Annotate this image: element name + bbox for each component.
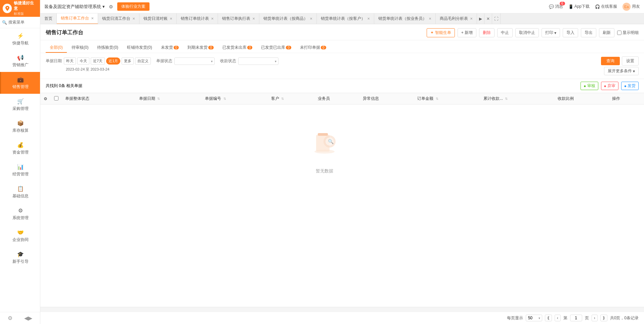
column-settings-icon[interactable]: ⚙ xyxy=(44,96,47,101)
col-number-header[interactable]: 单据编号 ⇅ xyxy=(202,93,268,105)
settings-bottom-icon[interactable]: ⚙ xyxy=(8,315,12,321)
page-last-button[interactable]: ⟫ xyxy=(600,315,607,321)
page-input[interactable] xyxy=(570,315,582,321)
sub-tab-not-printed[interactable]: 未打印单据0 xyxy=(296,43,330,53)
cancel-audit-button[interactable]: ● 弃审 xyxy=(601,82,618,90)
sub-tab-overdue[interactable]: 到期未发货0 xyxy=(183,43,218,53)
sub-tab-not-shipped[interactable]: 未发货0 xyxy=(157,43,183,53)
expand-filter-button[interactable]: 展开更多条件 ▾ xyxy=(604,67,639,75)
sidebar-item-basic[interactable]: 📋 基础信息 xyxy=(0,181,40,203)
payment-select[interactable] xyxy=(238,57,278,65)
tab-cash-daily-close[interactable]: ✕ xyxy=(132,17,135,21)
delete-button[interactable]: 删除 xyxy=(479,28,495,37)
audit-button[interactable]: ● 审核 xyxy=(581,82,598,90)
col-collected-header[interactable]: 累计收款... ⇅ xyxy=(480,93,554,105)
sidebar-item-sales[interactable]: 💼 销售管理 xyxy=(0,72,40,94)
tab-sales-summary-product[interactable]: 销货单统计表（按商品） ✕ xyxy=(259,13,317,24)
import-button[interactable]: 导入 xyxy=(563,28,578,37)
print-button[interactable]: 打印 ▾ xyxy=(542,28,560,37)
system-name-dropdown[interactable]: 装备及固定资产辅助管理系统 ▾ xyxy=(44,4,105,10)
messages-button[interactable]: 💬 6 消息 xyxy=(549,4,563,9)
smart-create-button[interactable]: ✦ 智能生单 xyxy=(427,28,455,37)
sidebar-item-system[interactable]: ⚙ 系统管理 xyxy=(0,203,40,225)
sub-tab-partial-out[interactable]: 已发货未出库0 xyxy=(218,43,257,53)
tab-sales-summary-customer-label: 销货单统计表（按客户） xyxy=(321,16,365,22)
date-btn-yesterday[interactable]: 昨天 xyxy=(64,57,76,65)
select-all-checkbox[interactable] xyxy=(54,96,58,100)
col-date-header[interactable]: 单据日期 ⇅ xyxy=(136,93,202,105)
tab-sales-summary-customer[interactable]: 销货单统计表（按客户） ✕ xyxy=(317,13,374,24)
date-btn-1month[interactable]: 近1月 xyxy=(106,57,120,65)
tab-sales-exec-close[interactable]: ✕ xyxy=(252,17,255,21)
tab-sales-workbench-close[interactable]: ✕ xyxy=(91,16,94,20)
sidebar-item-guide[interactable]: 🎓 新手引导 xyxy=(0,247,40,269)
page-next-button[interactable]: › xyxy=(592,315,598,321)
query-button[interactable]: 查询 xyxy=(601,57,620,65)
stop-button[interactable]: 中止 xyxy=(497,28,513,37)
date-btn-more[interactable]: 更多 xyxy=(122,57,134,65)
tab-close-all[interactable]: ✕ xyxy=(484,13,492,24)
user-menu[interactable]: Ea 用友 xyxy=(622,3,640,11)
status-select[interactable] xyxy=(174,57,215,65)
refresh-button[interactable]: 刷新 xyxy=(599,28,614,37)
col-amount-header[interactable]: 订单金额 ⇅ xyxy=(414,93,480,105)
sidebar-item-basic-label: 基础信息 xyxy=(12,193,29,199)
logo-sub: 标准版 xyxy=(14,11,37,16)
cancel-stop-button[interactable]: 取消中止 xyxy=(515,28,539,37)
tab-cash-reconcile[interactable]: 钱货日清对账 ✕ xyxy=(139,13,177,24)
tab-home[interactable]: 首页 xyxy=(40,13,57,24)
sidebar-item-coop[interactable]: 🤝 企业协同 xyxy=(0,225,40,247)
col-setting: ⚙ xyxy=(40,93,51,105)
tab-gross-close[interactable]: ✕ xyxy=(470,17,473,21)
sidebar-item-inventory[interactable]: 📦 库存核算 xyxy=(0,116,40,137)
tab-product-close[interactable]: ✕ xyxy=(310,17,312,21)
ship-button[interactable]: ● 发货 xyxy=(621,82,639,90)
tab-cash-daily[interactable]: 钱货日清工作台 ✕ xyxy=(98,13,139,24)
export-button[interactable]: 导出 xyxy=(581,28,596,37)
page-prev-button[interactable]: ‹ xyxy=(555,315,561,321)
tab-sales-summary-staff[interactable]: 销货单统计表（按业务员） ✕ xyxy=(374,13,436,24)
date-btn-today[interactable]: 今天 xyxy=(77,57,89,65)
tab-sales-exec[interactable]: 销售订单执行表 ✕ xyxy=(218,13,259,24)
status-filter-label: 单据状态 xyxy=(156,58,172,64)
sidebar-item-finance[interactable]: 💰 资金管理 xyxy=(0,137,40,159)
filter-settings-button[interactable]: 设置 xyxy=(622,56,639,66)
tab-sales-stat-close[interactable]: ✕ xyxy=(211,17,214,21)
tab-cash-reconcile-close[interactable]: ✕ xyxy=(170,17,172,21)
tab-sales-workbench-label: 销售订单工作台 xyxy=(61,15,89,21)
show-detail-checkbox[interactable]: 显示明细 xyxy=(617,30,639,36)
page-first-button[interactable]: ⟪ xyxy=(545,315,552,321)
sidebar-item-quick[interactable]: ⚡ 快捷导航 xyxy=(0,28,40,50)
sidebar-item-purchase[interactable]: 🛒 采购管理 xyxy=(0,94,40,116)
sub-tab-pending-check[interactable]: 待拣验货(0) xyxy=(93,43,122,53)
collapse-icon[interactable]: ◀▶ xyxy=(24,315,32,321)
sub-tab-shipped-out[interactable]: 已发货已出库0 xyxy=(257,43,295,53)
online-support-button[interactable]: 🎧 在线客服 xyxy=(595,4,617,9)
date-btn-7days[interactable]: 近7天 xyxy=(91,57,105,65)
tab-gross-margin[interactable]: 商品毛利分析表 ✕ xyxy=(436,13,477,24)
app-download-button[interactable]: 📱 App下载 xyxy=(568,4,590,9)
tab-scroll-right[interactable]: ▶ xyxy=(477,13,484,24)
sub-tab-pending[interactable]: 待审核(0) xyxy=(68,43,93,53)
tab-maximize[interactable]: ⛶ xyxy=(492,13,501,24)
sub-tab-wangpu[interactable]: 旺铺待发货(0) xyxy=(123,43,156,53)
col-customer-header[interactable]: 客户 ⇅ xyxy=(268,93,314,105)
sidebar-item-marketing[interactable]: 📢 营销推广 xyxy=(0,50,40,72)
sub-tab-all[interactable]: 全部(0) xyxy=(46,43,67,53)
per-page-select[interactable]: 50 100 200 xyxy=(526,315,542,321)
date-btn-custom[interactable]: 自定义 xyxy=(135,57,151,65)
col-staff-header[interactable]: 业务员 xyxy=(314,93,359,105)
solution-button[interactable]: 体验行业方案 xyxy=(117,2,149,11)
add-button[interactable]: + 新增 xyxy=(458,28,476,37)
tab-customer-close[interactable]: ✕ xyxy=(367,17,370,21)
show-detail-input[interactable] xyxy=(617,31,621,35)
sidebar-search[interactable]: 🔍 搜索菜单 xyxy=(0,17,40,28)
sidebar-item-sales-label: 销售管理 xyxy=(12,84,29,90)
tab-sales-stat[interactable]: 销售订单统计表 ✕ xyxy=(177,13,218,24)
tab-sales-workbench[interactable]: 销售订单工作台 ✕ xyxy=(57,13,98,24)
horizontal-scrollbar[interactable] xyxy=(40,307,644,312)
sidebar-item-operation[interactable]: 📊 经营管理 xyxy=(0,159,40,181)
expand-filter-label: 展开更多条件 xyxy=(608,68,632,74)
tab-staff-close[interactable]: ✕ xyxy=(429,17,431,21)
topbar-settings-icon[interactable]: ⚙ xyxy=(109,4,113,9)
